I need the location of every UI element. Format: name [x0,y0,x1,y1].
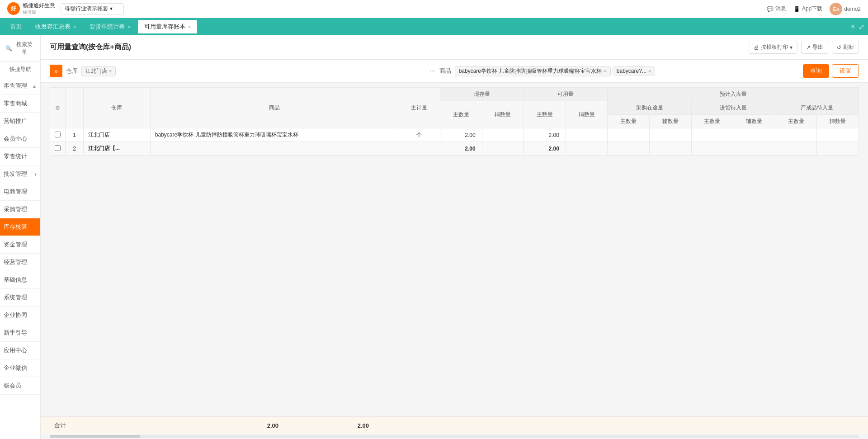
row1-avail-aux [566,128,608,142]
sidebar-item-inventory[interactable]: 库存核算 [0,218,40,236]
summary-label: 合计 [50,421,71,430]
app-download-action[interactable]: 📱 App下载 [793,5,822,13]
warehouse-tag-1[interactable]: 江北门店 × [81,66,116,76]
table-row: 1 江北门店 babycare学饮杯 儿童防摔防撞吸管杯重力球吸嘴杯宝宝水杯 个… [50,128,859,142]
settings-button[interactable]: 设置 [832,64,859,78]
row1-current-main: 2.00 [440,128,482,142]
message-action[interactable]: 💬 消息 [767,5,786,13]
th-unit: 主计量 [398,88,440,128]
sidebar-item-wechat[interactable]: 企业微信 [0,359,40,377]
sidebar-item-finance[interactable]: 资金管理 [0,236,40,254]
sidebar-item-app-center[interactable]: 应用中心 [0,342,40,359]
row1-checkbox[interactable] [50,128,66,142]
sidebar: 🔍 搜索菜单 快捷导航 零售管理 ▲ 零售商城 营销推广 会员中心 零售统计 批… [0,35,41,439]
export-button[interactable]: ↗ 导出 [801,41,828,54]
filter-ellipsis[interactable]: ··· [429,67,435,75]
sidebar-item-marketing[interactable]: 营销推广 [0,113,40,130]
tab-receive-close[interactable]: × [73,24,76,29]
wechat-label: 企业微信 [4,364,27,372]
export-icon: ↗ [806,44,811,51]
sidebar-item-retail-stats[interactable]: 零售统计 [0,148,40,165]
expand-icon: » [54,67,58,75]
horizontal-scrollbar[interactable] [50,435,859,438]
th-planned-in: 预计入库量 [608,88,859,101]
row2-check[interactable] [55,145,61,151]
product-filter-label: 商品 [439,67,451,75]
enterprise-label: 企业协同 [4,311,27,319]
sidebar-item-wholesale[interactable]: 批发管理 ▾ [0,165,40,183]
th-procure-main: 主数量 [608,115,650,128]
sidebar-item-new-guide[interactable]: 新手引导 [0,324,40,342]
th-incoming-main: 主数量 [691,115,733,128]
top-bar-right: 💬 消息 📱 App下载 Ea demo2 [767,3,861,15]
th-avail-main: 主数量 [524,101,566,128]
warehouse-tag-close[interactable]: × [109,68,112,74]
sidebar-item-system[interactable]: 系统管理 [0,289,40,307]
product-tag-1[interactable]: babycare学饮杯 儿童防摔防撞吸管杯重力球吸嘴杯宝宝水杯 × [455,66,611,76]
warehouse-filter-label: 仓库 [66,67,78,75]
product-tag-2[interactable]: babycare?... × [613,66,655,76]
tab-order-close[interactable]: × [127,24,130,29]
logo-sub: 标准版 [23,9,55,15]
th-production-main: 主数量 [775,115,817,128]
maximize-icon[interactable]: ⤢ [859,23,864,31]
marketing-label: 营销推广 [4,117,27,125]
app-icon: 📱 [793,6,800,12]
table-footer: 合计 2.00 2.00 [41,416,868,434]
retail-stats-label: 零售统计 [4,152,27,160]
tab-order-stats[interactable]: 要货单统计表 × [83,20,137,33]
product-tag-text-2: babycare?... [617,68,646,74]
summary-avail-main: 2.00 [333,422,369,429]
sidebar-item-enterprise[interactable]: 企业协同 [0,307,40,324]
table-row: 2 江北门店【... 2.00 2.00 [50,142,859,156]
tab-available-ledger[interactable]: 可用量库存账本 × [138,20,197,33]
summary-values: 2.00 2.00 [242,422,859,429]
sidebar-item-basic-info[interactable]: 基础信息 [0,271,40,289]
quick-nav-button[interactable]: 快捷导航 [0,62,40,77]
row2-current-aux [482,142,524,156]
row2-avail-main: 2.00 [524,142,566,156]
top-bar-left: 好 畅捷通好生意 标准版 母婴行业演示账套 ▾ [7,2,124,15]
row2-warehouse: 江北门店【... [84,142,151,156]
close-window-icon[interactable]: × [851,23,855,31]
sidebar-item-business[interactable]: 经营管理 [0,254,40,271]
sidebar-item-purchase[interactable]: 采购管理 [0,201,40,218]
avatar: Ea [830,3,842,15]
row1-incoming-main [691,128,733,142]
industry-select[interactable]: 母婴行业演示账套 ▾ [61,3,124,14]
sidebar-item-vip[interactable]: 畅会员 [0,377,40,395]
sidebar-item-retail-mgmt[interactable]: 零售管理 ▲ [0,77,40,95]
sidebar-item-retail-mall[interactable]: 零售商城 [0,95,40,113]
product-tag-close-2[interactable]: × [648,68,651,74]
th-product: 商品 [150,88,398,128]
user-area[interactable]: Ea demo2 [830,3,861,15]
scroll-thumb[interactable] [50,435,140,438]
sidebar-item-member[interactable]: 会员中心 [0,130,40,148]
print-template-button[interactable]: 🖨 按模板打印 ▾ [749,41,797,54]
sidebar-item-ecommerce[interactable]: 电商管理 [0,183,40,201]
th-current-stock: 现存量 [440,88,524,101]
content-area: 可用量查询(按仓库+商品) 🖨 按模板打印 ▾ ↗ 导出 ↺ 刷新 [41,35,868,439]
refresh-icon: ↺ [837,44,841,51]
column-settings-icon[interactable]: ⚙ [55,105,60,111]
product-tag-close-1[interactable]: × [604,68,606,74]
row2-unit [398,142,440,156]
tab-receive-summary[interactable]: 收发存汇总表 × [29,20,82,33]
logo-area: 好 畅捷通好生意 标准版 [7,2,55,15]
row1-check[interactable] [55,132,61,137]
query-button[interactable]: 查询 [803,64,829,78]
logo-icon: 好 [7,2,20,15]
tab-available-close[interactable]: × [188,24,191,29]
search-menu-button[interactable]: 🔍 搜索菜单 [4,39,37,58]
refresh-button[interactable]: ↺ 刷新 [832,41,859,54]
row2-checkbox[interactable] [50,142,66,156]
filter-bar: » 仓库 江北门店 × ··· 商品 babycare学饮杯 儿童防摔防撞吸管杯… [41,60,868,83]
row1-procure-main [608,128,650,142]
th-procure-aux: 辅数量 [650,115,692,128]
filter-expand-button[interactable]: » [50,65,62,77]
tab-home[interactable]: 首页 [4,20,28,33]
finance-label: 资金管理 [4,241,27,249]
wholesale-label: 批发管理 [4,170,27,178]
row1-current-aux [482,128,524,142]
chevron-down-icon: ▾ [110,5,113,12]
